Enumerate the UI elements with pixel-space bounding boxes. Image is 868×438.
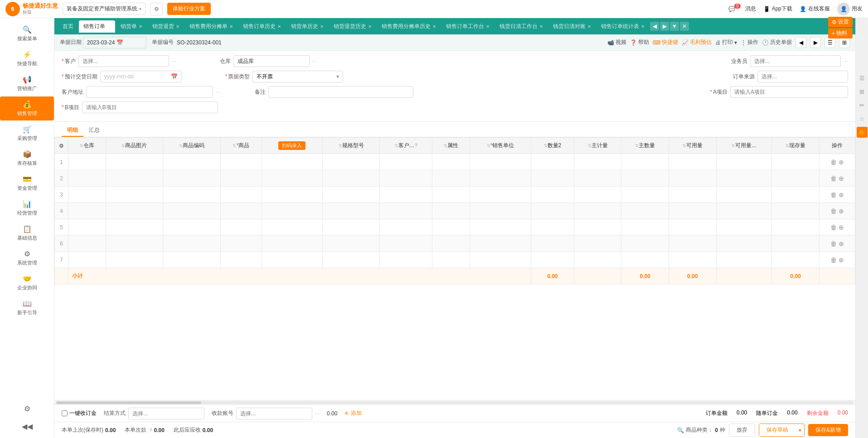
row-1-product[interactable]	[220, 154, 262, 170]
settings-quick-button[interactable]: ⚙ 设置	[828, 18, 853, 27]
float-icon-4[interactable]: ☆	[857, 113, 868, 124]
row-4-image[interactable]	[106, 203, 163, 219]
one-click-deposit-checkbox[interactable]	[62, 410, 68, 416]
row-3-spec[interactable]	[322, 187, 380, 203]
account-input[interactable]	[236, 408, 312, 419]
row-3-product[interactable]	[220, 187, 262, 203]
sidebar-item-inventory[interactable]: 📦 库存核算	[0, 146, 54, 170]
history-button[interactable]: 🕐 历史单据	[762, 39, 792, 46]
delete-icon-7[interactable]: 🗑	[830, 256, 837, 264]
row-3-customer-code[interactable]	[380, 187, 432, 203]
row-1-warehouse[interactable]	[68, 154, 106, 170]
sidebar-item-search[interactable]: 🔍 搜索菜单	[0, 22, 54, 46]
invoice-type-select[interactable]: 不开票 ▾	[252, 71, 343, 82]
payment-method-input[interactable]	[128, 408, 204, 419]
address-more-icon[interactable]: ···	[216, 89, 220, 95]
settings-button[interactable]: ⚙	[150, 3, 163, 15]
float-icon-5[interactable]: 🔶	[857, 127, 868, 138]
tab-invoice-history[interactable]: 销货单历史 ✕	[286, 20, 328, 33]
save-draft-arrow-button[interactable]: ▾	[796, 425, 804, 436]
row-5-qty2[interactable]	[531, 219, 574, 236]
tab-expand-button[interactable]: ▼	[670, 22, 679, 31]
row-6-image[interactable]	[106, 236, 163, 252]
row-5-available2[interactable]	[716, 219, 772, 236]
row-3-warehouse[interactable]	[68, 187, 106, 203]
warehouse-more-icon[interactable]: ···	[312, 58, 317, 64]
warehouse-input[interactable]	[233, 55, 310, 67]
row-4-warehouse[interactable]	[68, 203, 106, 219]
float-icon-1[interactable]: ☰	[857, 72, 868, 83]
row-6-available1[interactable]	[669, 236, 716, 252]
row-4-spec[interactable]	[322, 203, 380, 219]
row-2-warehouse[interactable]	[68, 170, 106, 187]
a-project-input[interactable]	[730, 86, 848, 98]
tab-prev-button[interactable]: ◀	[650, 22, 659, 31]
tab-close-icon[interactable]: ✕	[486, 24, 490, 29]
user-area[interactable]: 👤 用友	[837, 3, 863, 15]
delete-icon-1[interactable]: 🗑	[830, 159, 837, 166]
row-1-attribute[interactable]	[432, 154, 470, 170]
row-5-warehouse[interactable]	[68, 219, 106, 236]
row-6-warehouse[interactable]	[68, 236, 106, 252]
row-4-available1[interactable]	[669, 203, 716, 219]
row-2-available1[interactable]	[669, 170, 716, 187]
sidebar-item-finance[interactable]: 💳 资金管理	[0, 171, 54, 195]
tab-close-icon[interactable]: ✕	[539, 24, 543, 29]
row-1-customer-code[interactable]	[380, 154, 432, 170]
row-4-unit[interactable]	[470, 203, 531, 219]
message-button[interactable]: 💬 9 消息	[728, 5, 756, 13]
profit-button[interactable]: 📈 毛利预估	[682, 39, 712, 46]
delete-icon-2[interactable]: 🗑	[830, 175, 837, 182]
row-3-stock[interactable]	[772, 187, 820, 203]
tab-close-all-button[interactable]: ✕	[680, 22, 689, 31]
tab-order-summary[interactable]: 销售订单统计表 ✕	[596, 20, 649, 33]
row-1-available1[interactable]	[669, 154, 716, 170]
row-1-available2[interactable]	[716, 154, 772, 170]
sidebar-item-system[interactable]: ⚙ 系统管理	[0, 246, 54, 270]
row-5-main-unit[interactable]	[574, 219, 621, 236]
sidebar-item-purchase[interactable]: 🛒 采购管理	[0, 121, 54, 145]
operations-button[interactable]: ⋮ 操作	[741, 39, 758, 46]
tab-return-history[interactable]: 销货退货历史 ✕	[329, 20, 376, 33]
row-2-code[interactable]	[163, 170, 221, 187]
prev-record-button[interactable]: ◀	[795, 37, 806, 48]
date-input[interactable]: 2023-03-24 📅	[83, 37, 146, 48]
tab-close-icon[interactable]: ✕	[432, 24, 436, 29]
row-6-stock[interactable]	[772, 236, 820, 252]
row-6-main-qty[interactable]	[621, 236, 669, 252]
tab-expense-history[interactable]: 销售费用分摊单历史 ✕	[377, 20, 441, 33]
help-button[interactable]: ❓ 帮助	[630, 39, 649, 46]
delete-icon-5[interactable]: 🗑	[830, 224, 837, 231]
copy-icon-5[interactable]: ⊕	[839, 224, 844, 231]
row-1-main-unit[interactable]	[574, 154, 621, 170]
row-1-code[interactable]	[163, 154, 221, 170]
tab-sales-invoice[interactable]: 销货单 ✕	[116, 20, 147, 33]
print-button[interactable]: 🖨 打印 ▾	[715, 39, 737, 46]
row-5-spec[interactable]	[322, 219, 380, 236]
row-2-attribute[interactable]	[432, 170, 470, 187]
account-more-icon[interactable]: ···	[315, 410, 320, 417]
tab-close-icon[interactable]: ✕	[139, 24, 142, 29]
staff-input[interactable]	[750, 55, 841, 67]
row-6-product[interactable]	[220, 236, 262, 252]
row-7-code[interactable]	[163, 252, 221, 268]
row-3-available2[interactable]	[716, 187, 772, 203]
float-icon-3[interactable]: ✏	[857, 100, 868, 111]
horizontal-scrollbar[interactable]	[54, 400, 855, 404]
row-5-image[interactable]	[106, 219, 163, 236]
delivery-date-input[interactable]: yyyy-mm-dd 📅	[100, 71, 182, 82]
row-4-main-qty[interactable]	[621, 203, 669, 219]
row-6-main-unit[interactable]	[574, 236, 621, 252]
row-4-attribute[interactable]	[432, 203, 470, 219]
row-5-product[interactable]	[220, 219, 262, 236]
tab-close-icon[interactable]: ✕	[320, 24, 324, 29]
float-icon-2[interactable]: ⊞	[857, 86, 868, 97]
row-7-available1[interactable]	[669, 252, 716, 268]
customer-more-icon[interactable]: ···	[172, 58, 176, 64]
tab-close-icon[interactable]: ✕	[107, 24, 111, 29]
tab-home[interactable]: 首页	[58, 20, 78, 33]
tab-daily-workbench[interactable]: 钱货日清工作台 ✕	[495, 20, 548, 33]
row-5-unit[interactable]	[470, 219, 531, 236]
tab-sales-order-history[interactable]: 销售订单历史 ✕	[238, 20, 286, 33]
row-5-main-qty[interactable]	[621, 219, 669, 236]
